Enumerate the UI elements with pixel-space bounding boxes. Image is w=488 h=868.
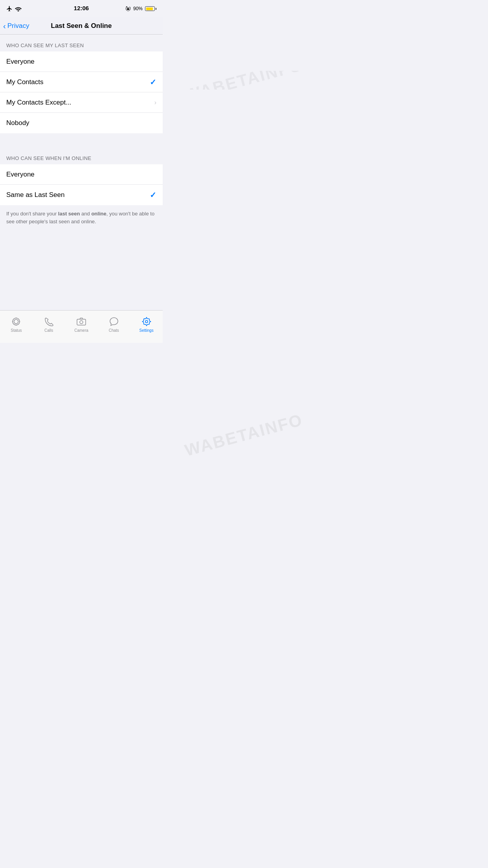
lock-rotation-icon	[125, 6, 131, 11]
tab-camera-label: Camera	[74, 328, 88, 333]
status-tab-icon	[11, 316, 22, 327]
online-section-header: WHO CAN SEE WHEN I'M ONLINE	[0, 147, 163, 164]
last-seen-everyone-row[interactable]: Everyone	[0, 51, 163, 72]
info-text-part1: If you don't share your	[6, 211, 58, 217]
online-options: Everyone Same as Last Seen ✓	[0, 164, 163, 205]
chats-tab-icon	[108, 316, 119, 327]
tab-calls[interactable]: Calls	[33, 311, 65, 343]
nav-bar: ‹ Privacy Last Seen & Online	[0, 17, 163, 35]
tab-bar: Status Calls Camera Chats	[0, 310, 163, 343]
tab-settings-label: Settings	[139, 328, 154, 333]
info-text: If you don't share your last seen and on…	[0, 205, 163, 232]
tab-settings[interactable]: Settings	[130, 311, 163, 343]
last-seen-mycontacts-except-chevron: ›	[154, 99, 156, 106]
empty-space	[0, 232, 163, 310]
online-everyone-row[interactable]: Everyone	[0, 164, 163, 185]
info-text-part2: and	[80, 211, 92, 217]
svg-point-0	[13, 318, 20, 325]
settings-icon-svg	[141, 316, 152, 327]
battery-icon	[145, 6, 156, 11]
back-label[interactable]: Privacy	[7, 22, 29, 30]
svg-point-4	[12, 321, 13, 322]
last-seen-mycontacts-except-label: My Contacts Except...	[6, 99, 71, 107]
svg-point-7	[80, 321, 83, 324]
last-seen-mycontacts-row[interactable]: My Contacts ✓	[0, 72, 163, 92]
status-bar: 12:06 90%	[0, 0, 163, 17]
svg-point-5	[19, 321, 20, 322]
online-same-as-last-seen-label: Same as Last Seen	[6, 191, 64, 199]
status-time: 12:06	[74, 5, 89, 11]
tab-status-label: Status	[11, 328, 22, 333]
online-same-as-last-seen-check: ✓	[150, 190, 156, 200]
tab-chats-label: Chats	[109, 328, 119, 333]
last-seen-mycontacts-label: My Contacts	[6, 78, 43, 86]
main-content: WABETAINFO WABETAINFO WHO CAN SEE MY LAS…	[0, 35, 163, 310]
svg-point-3	[16, 325, 17, 326]
back-button[interactable]: ‹ Privacy	[3, 22, 29, 30]
back-chevron-icon: ‹	[3, 22, 6, 30]
camera-tab-icon	[76, 316, 87, 327]
nav-title: Last Seen & Online	[51, 22, 112, 30]
last-seen-nobody-label: Nobody	[6, 119, 29, 127]
tab-status[interactable]: Status	[0, 311, 33, 343]
camera-icon-svg	[76, 316, 86, 327]
airplane-icon	[6, 6, 13, 12]
last-seen-nobody-row[interactable]: Nobody	[0, 113, 163, 133]
tab-camera[interactable]: Camera	[65, 311, 98, 343]
status-left-icons	[6, 6, 22, 12]
last-seen-section-header: WHO CAN SEE MY LAST SEEN	[0, 35, 163, 51]
status-icon-svg	[11, 316, 21, 327]
svg-point-2	[16, 318, 17, 318]
svg-rect-6	[77, 319, 86, 325]
last-seen-everyone-label: Everyone	[6, 58, 35, 66]
section-spacer-1	[0, 133, 163, 147]
tab-chats[interactable]: Chats	[97, 311, 130, 343]
chats-icon-svg	[109, 316, 119, 327]
calls-icon-svg	[44, 316, 54, 327]
tab-calls-label: Calls	[44, 328, 53, 333]
calls-tab-icon	[43, 316, 54, 327]
online-same-as-last-seen-row[interactable]: Same as Last Seen ✓	[0, 185, 163, 205]
battery-percent: 90%	[133, 6, 143, 11]
status-right-icons: 90%	[125, 6, 156, 11]
svg-point-8	[145, 320, 148, 323]
last-seen-options: Everyone My Contacts ✓ My Contacts Excep…	[0, 51, 163, 133]
wifi-icon	[15, 6, 22, 11]
online-everyone-label: Everyone	[6, 171, 35, 178]
settings-tab-icon	[141, 316, 152, 327]
info-text-bold-online: online	[91, 211, 106, 217]
info-text-bold-last-seen: last seen	[58, 211, 80, 217]
last-seen-mycontacts-check: ✓	[150, 77, 156, 87]
last-seen-mycontacts-except-row[interactable]: My Contacts Except... ›	[0, 92, 163, 113]
svg-point-1	[14, 320, 18, 324]
